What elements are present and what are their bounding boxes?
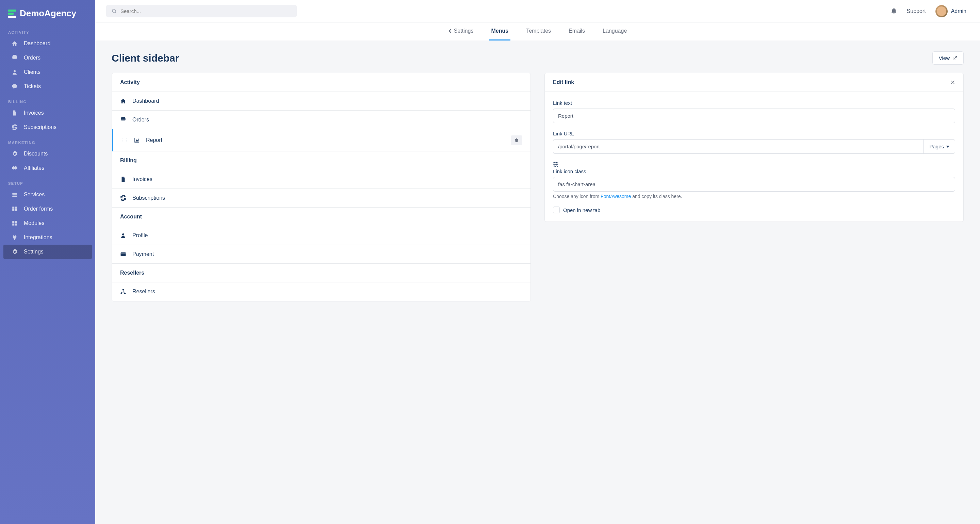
menu-group-header[interactable]: Billing bbox=[112, 151, 530, 170]
link-url-label: Link URL bbox=[553, 131, 955, 137]
menu-item[interactable]: Subscriptions bbox=[112, 189, 530, 207]
link-text-label: Link text bbox=[553, 100, 955, 106]
link-url-input[interactable] bbox=[553, 139, 924, 154]
handshake-icon bbox=[11, 165, 18, 171]
menu-item-label: Profile bbox=[132, 233, 148, 239]
svg-rect-0 bbox=[12, 57, 17, 59]
svg-rect-7 bbox=[12, 209, 14, 211]
menu-item[interactable]: Invoices bbox=[112, 170, 530, 189]
external-link-icon bbox=[953, 56, 957, 61]
home-icon bbox=[11, 40, 18, 46]
drag-handle-icon[interactable]: ⋮⋮ bbox=[120, 138, 128, 143]
sidebar-item-discounts[interactable]: Discounts bbox=[3, 147, 92, 161]
svg-point-17 bbox=[122, 233, 124, 236]
menu-item[interactable]: Profile bbox=[112, 226, 530, 245]
menu-item-label: Invoices bbox=[132, 176, 153, 182]
sidebar-item-integrations[interactable]: Integrations bbox=[3, 230, 92, 245]
caret-down-icon bbox=[946, 146, 950, 148]
sidebar-item-label: Invoices bbox=[24, 110, 44, 116]
menu-item-label: Payment bbox=[132, 251, 154, 257]
grid-icon bbox=[11, 206, 18, 212]
plug-icon bbox=[11, 234, 18, 240]
chart-icon bbox=[134, 137, 140, 143]
link-text-input[interactable] bbox=[553, 108, 955, 123]
fontawesome-link[interactable]: FontAwesome bbox=[601, 194, 631, 199]
support-link[interactable]: Support bbox=[907, 8, 926, 14]
search-input[interactable] bbox=[121, 8, 291, 14]
close-button[interactable] bbox=[950, 80, 955, 85]
menu-item-label: Resellers bbox=[132, 288, 155, 295]
logo-icon bbox=[8, 10, 16, 18]
sidebar-item-tickets[interactable]: Tickets bbox=[3, 79, 92, 94]
sidebar-item-dashboard[interactable]: Dashboard bbox=[3, 37, 92, 51]
svg-rect-20 bbox=[123, 289, 124, 291]
user-menu[interactable]: Admin bbox=[935, 5, 966, 18]
brand-name: DemoAgency bbox=[20, 8, 76, 19]
search-box[interactable] bbox=[106, 5, 297, 18]
sidebar-item-label: Affiliates bbox=[24, 165, 44, 171]
topbar: Support Admin bbox=[95, 0, 980, 22]
main-sidebar: DemoAgency ACTIVITYDashboardOrdersClient… bbox=[0, 0, 95, 524]
svg-rect-4 bbox=[12, 196, 17, 197]
layers-icon bbox=[11, 191, 18, 198]
menu-item-label: Report bbox=[146, 137, 162, 143]
squares-icon bbox=[11, 220, 18, 226]
pages-dropdown[interactable]: Pages bbox=[924, 139, 955, 154]
sidebar-item-label: Modules bbox=[24, 220, 44, 226]
view-button[interactable]: View bbox=[932, 51, 964, 65]
tab-language[interactable]: Language bbox=[601, 22, 629, 40]
sidebar-item-label: Discounts bbox=[24, 151, 48, 157]
notifications-icon[interactable] bbox=[891, 8, 897, 14]
tab-back-settings[interactable]: Settings bbox=[447, 22, 476, 40]
sidebar-item-modules[interactable]: Modules bbox=[3, 216, 92, 230]
sidebar-item-orders[interactable]: Orders bbox=[3, 51, 92, 65]
sidebar-item-label: Order forms bbox=[24, 206, 53, 212]
inbox-icon bbox=[11, 55, 18, 61]
sidebar-item-invoices[interactable]: Invoices bbox=[3, 106, 92, 120]
user-name: Admin bbox=[951, 8, 966, 14]
svg-rect-6 bbox=[15, 207, 17, 209]
svg-rect-16 bbox=[121, 119, 126, 121]
user-icon bbox=[11, 69, 18, 75]
svg-rect-5 bbox=[12, 207, 14, 209]
tab-templates[interactable]: Templates bbox=[524, 22, 553, 40]
sitemap-icon bbox=[120, 288, 127, 295]
open-new-tab-label: Open in new tab bbox=[563, 207, 600, 213]
sidebar-item-services[interactable]: Services bbox=[3, 188, 92, 202]
menu-item[interactable]: Resellers bbox=[112, 282, 530, 301]
home-icon bbox=[120, 98, 127, 104]
menu-group-header[interactable]: Account bbox=[112, 207, 530, 226]
svg-point-13 bbox=[112, 9, 115, 12]
icon-help-text: Choose any icon from FontAwesome and cop… bbox=[553, 194, 955, 199]
sidebar-item-affiliates[interactable]: Affiliates bbox=[3, 161, 92, 175]
tab-menus[interactable]: Menus bbox=[489, 22, 511, 40]
chevron-left-icon bbox=[449, 29, 452, 33]
brand-logo[interactable]: DemoAgency bbox=[0, 0, 95, 24]
sidebar-section-title: BILLING bbox=[0, 94, 95, 106]
sidebar-item-label: Clients bbox=[24, 69, 40, 75]
tab-emails[interactable]: Emails bbox=[566, 22, 587, 40]
svg-marker-25 bbox=[946, 146, 950, 148]
sidebar-item-label: Integrations bbox=[24, 234, 52, 240]
open-new-tab-checkbox[interactable] bbox=[553, 207, 560, 213]
svg-rect-8 bbox=[15, 209, 17, 211]
sidebar-section-title: ACTIVITY bbox=[0, 24, 95, 37]
menu-item[interactable]: Orders bbox=[112, 111, 530, 129]
trash-icon[interactable] bbox=[511, 135, 522, 145]
avatar bbox=[935, 5, 948, 18]
menu-group-header[interactable]: Activity bbox=[112, 73, 530, 92]
menu-item-label: Orders bbox=[132, 117, 149, 123]
icon-class-label: Link icon class bbox=[553, 169, 955, 174]
menu-item[interactable]: Dashboard bbox=[112, 92, 530, 111]
edit-link-panel: Edit link Link text Link URL bbox=[544, 73, 964, 222]
menu-group-header[interactable]: Resellers bbox=[112, 264, 530, 282]
menu-item[interactable]: ⋮⋮Report bbox=[112, 129, 530, 151]
sidebar-item-order-forms[interactable]: Order forms bbox=[3, 202, 92, 216]
menu-list-panel: ActivityDashboardOrders⋮⋮ReportBillingIn… bbox=[111, 73, 531, 301]
sidebar-item-settings[interactable]: Settings bbox=[3, 245, 92, 259]
menu-item[interactable]: Payment bbox=[112, 245, 530, 264]
icon-class-input[interactable] bbox=[553, 177, 955, 191]
svg-line-15 bbox=[955, 56, 956, 58]
sidebar-item-subscriptions[interactable]: Subscriptions bbox=[3, 120, 92, 134]
sidebar-item-clients[interactable]: Clients bbox=[3, 65, 92, 79]
